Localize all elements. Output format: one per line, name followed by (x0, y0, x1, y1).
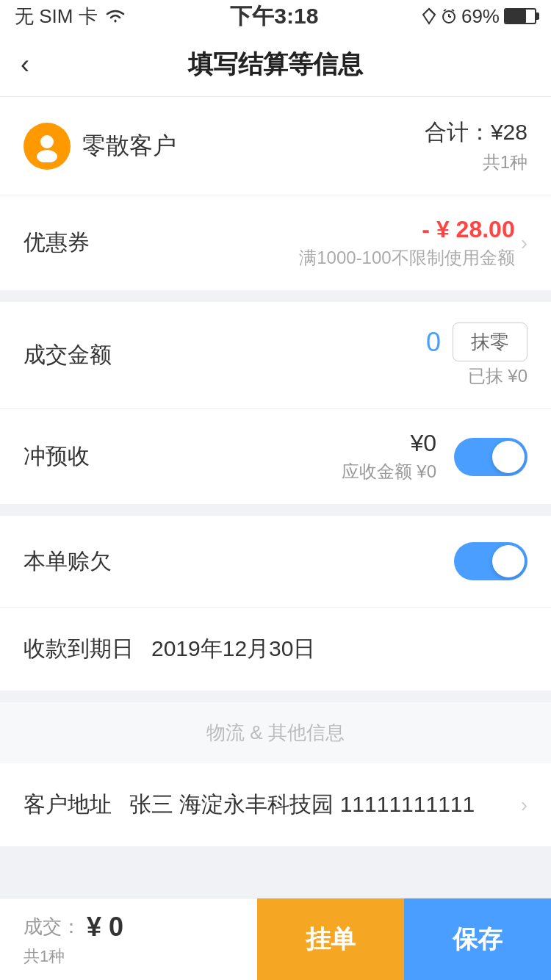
battery-icon (504, 8, 536, 24)
bottom-transaction: 成交： ¥ 0 (24, 912, 234, 943)
customer-total: 合计：¥28 (425, 118, 527, 148)
bottom-count: 共1种 (24, 945, 234, 968)
coupon-row[interactable]: 优惠券 - ¥ 28.00 满1000-100不限制使用金额 › (0, 195, 551, 290)
prepay-row: 冲预收 ¥0 应收金额 ¥0 (0, 409, 551, 504)
prepay-amount: ¥0 (342, 430, 436, 457)
svg-point-6 (37, 150, 57, 162)
status-bar: 无 SIM 卡 下午3:18 69% (0, 0, 551, 32)
due-date-label: 收款到期日 (24, 634, 134, 664)
back-button[interactable]: ‹ (21, 49, 29, 80)
customer-left: 零散客户 (24, 123, 176, 170)
coupon-label: 优惠券 (24, 228, 90, 258)
svg-line-4 (452, 10, 454, 11)
address-value: 张三 海淀永丰科技园 11111111111 (129, 790, 521, 820)
due-date-value: 2019年12月30日 (151, 634, 315, 664)
transaction-value[interactable]: 0 (397, 327, 441, 358)
transaction-value-row: 0 抹零 (397, 323, 527, 361)
bottom-bar: 成交： ¥ 0 共1种 挂单 保存 (0, 898, 551, 980)
status-right: 69% (422, 5, 536, 28)
prepay-right: ¥0 应收金额 ¥0 (342, 430, 527, 483)
content: 零散客户 合计：¥28 共1种 优惠券 - ¥ 28.00 满1000-100不… (0, 97, 551, 946)
bottom-summary: 成交： ¥ 0 共1种 (0, 912, 257, 968)
avatar-icon (31, 130, 63, 162)
bottom-transaction-label: 成交： (24, 914, 81, 940)
coupon-value: - ¥ 28.00 满1000-100不限制使用金额 (299, 216, 514, 270)
debt-row: 本单赊欠 (0, 516, 551, 608)
coupon-right: - ¥ 28.00 满1000-100不限制使用金额 › (299, 216, 527, 270)
page-title: 填写结算等信息 (188, 48, 363, 82)
wifi-icon (104, 8, 127, 24)
customer-card: 零散客户 合计：¥28 共1种 优惠券 - ¥ 28.00 满1000-100不… (0, 97, 551, 290)
logistics-card: 物流 & 其他信息 客户地址 张三 海淀永丰科技园 11111111111 › (0, 702, 551, 846)
transaction-card: 成交金额 0 抹零 已抹 ¥0 冲预收 ¥0 应收金额 ¥0 (0, 302, 551, 504)
address-row[interactable]: 客户地址 张三 海淀永丰科技园 11111111111 › (0, 763, 551, 846)
customer-right: 合计：¥28 共1种 (425, 118, 527, 174)
customer-avatar (24, 123, 71, 170)
transaction-row: 成交金额 0 抹零 已抹 ¥0 (0, 302, 551, 409)
bottom-transaction-amount: ¥ 0 (87, 912, 123, 943)
prepay-toggle[interactable] (454, 438, 527, 476)
battery-percent: 69% (461, 5, 500, 28)
transaction-sub: 已抹 ¥0 (468, 364, 527, 388)
prepay-amount-col: ¥0 应收金额 ¥0 (342, 430, 436, 483)
svg-point-5 (40, 135, 54, 148)
hang-button[interactable]: 挂单 (257, 898, 404, 981)
coupon-amount: - ¥ 28.00 (299, 216, 514, 243)
prepay-sub: 应收金额 ¥0 (342, 460, 436, 483)
debt-label: 本单赊欠 (24, 547, 112, 577)
logistics-title: 物流 & 其他信息 (206, 721, 345, 743)
no-sim-text: 无 SIM 卡 (15, 4, 98, 29)
transaction-right: 0 抹零 已抹 ¥0 (397, 323, 527, 388)
coupon-desc: 满1000-100不限制使用金额 (299, 246, 514, 270)
nav-bar: ‹ 填写结算等信息 (0, 32, 551, 97)
prepay-label: 冲预收 (24, 442, 90, 472)
status-left: 无 SIM 卡 (15, 4, 127, 29)
round-zero-button[interactable]: 抹零 (453, 323, 527, 361)
customer-row: 零散客户 合计：¥28 共1种 (0, 97, 551, 195)
alarm-icon (441, 8, 457, 24)
save-button[interactable]: 保存 (404, 898, 551, 981)
customer-name: 零散客户 (82, 130, 176, 162)
address-chevron-icon: › (521, 793, 527, 817)
coupon-chevron-icon: › (521, 231, 527, 255)
svg-line-3 (444, 10, 446, 11)
location-icon (422, 7, 436, 25)
logistics-section: 物流 & 其他信息 (0, 702, 551, 763)
debt-toggle[interactable] (454, 542, 527, 580)
debt-card: 本单赊欠 收款到期日 2019年12月30日 (0, 516, 551, 691)
customer-count: 共1种 (425, 151, 527, 174)
due-date-row: 收款到期日 2019年12月30日 (0, 608, 551, 691)
status-time: 下午3:18 (230, 1, 318, 32)
address-label: 客户地址 (24, 790, 112, 820)
transaction-label: 成交金额 (24, 340, 112, 370)
